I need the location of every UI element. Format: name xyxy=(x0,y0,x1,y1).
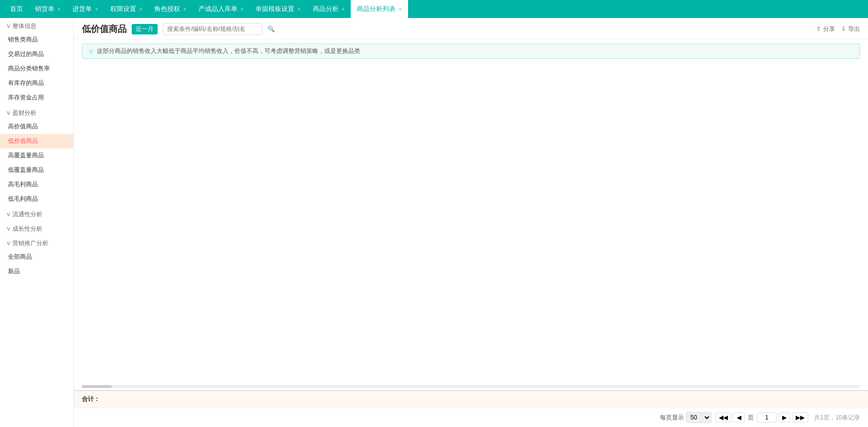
time-badge[interactable]: 近一月 xyxy=(132,24,158,34)
sidebar-group-营销推广分析[interactable]: ∨ 营销推广分析 xyxy=(0,235,73,250)
horizontal-scrollbar[interactable] xyxy=(82,385,860,388)
sidebar-item-销售类商品[interactable]: 销售类商品 xyxy=(0,32,73,47)
table-container xyxy=(74,63,868,383)
nav-item-权限设置[interactable]: 权限设置× xyxy=(104,0,148,18)
nav-item-进货单[interactable]: 进货单× xyxy=(66,0,104,18)
sidebar-item-低毛利商品[interactable]: 低毛利商品 xyxy=(0,192,73,206)
share-button[interactable]: ⇧ 分享 xyxy=(816,25,835,33)
page-input[interactable]: 1 xyxy=(757,413,777,423)
sidebar: ∨ 整体信息销售类商品交易过的商品商品分类销售率有库存的商品库存资金占用∨ 盈财… xyxy=(0,18,74,427)
search-input[interactable] xyxy=(163,23,262,35)
prev-page-button[interactable]: ◀ xyxy=(733,413,745,423)
last-page-button[interactable]: ▶▶ xyxy=(792,413,808,423)
nav-close-icon[interactable]: × xyxy=(297,6,300,12)
page-label: 页 xyxy=(748,414,754,422)
sidebar-item-高覆盖量商品[interactable]: 高覆盖量商品 xyxy=(0,148,73,163)
sidebar-item-低价值商品[interactable]: 低价值商品 xyxy=(0,134,73,148)
nav-item-销货单[interactable]: 销货单× xyxy=(29,0,66,18)
sidebar-group-成长性分析[interactable]: ∨ 成长性分析 xyxy=(0,221,73,235)
content-area: 低价值商品 近一月 🔍 ⇧ 分享 ⇩ 导出 ☆ 这部分商品的销售收入大幅低于商品… xyxy=(74,18,868,427)
main-layout: ∨ 整体信息销售类商品交易过的商品商品分类销售率有库存的商品库存资金占用∨ 盈财… xyxy=(0,18,868,427)
nav-close-icon[interactable]: × xyxy=(240,6,243,12)
sidebar-group-盈财分析[interactable]: ∨ 盈财分析 xyxy=(0,105,73,119)
nav-item-商品分析列表[interactable]: 商品分析列表× xyxy=(351,0,408,18)
info-banner: ☆ 这部分商品的销售收入大幅低于商品平均销售收入，价值不高，可考虑调整营销策略，… xyxy=(82,43,860,59)
nav-item-单据模板设置[interactable]: 单据模板设置× xyxy=(249,0,306,18)
sidebar-item-交易过的商品[interactable]: 交易过的商品 xyxy=(0,47,73,61)
nav-close-icon[interactable]: × xyxy=(183,6,186,12)
sidebar-group-整体信息[interactable]: ∨ 整体信息 xyxy=(0,18,73,32)
footer-label: 合计： xyxy=(82,395,100,404)
nav-item-产成品入库单[interactable]: 产成品入库单× xyxy=(193,0,249,18)
per-page-label: 每页显示 xyxy=(660,414,684,422)
sidebar-item-新品[interactable]: 新品 xyxy=(0,264,73,279)
share-icon: ⇧ xyxy=(816,25,821,32)
header-actions: ⇧ 分享 ⇩ 导出 xyxy=(816,25,860,33)
page-title: 低价值商品 xyxy=(82,23,127,35)
export-button[interactable]: ⇩ 导出 xyxy=(841,25,860,33)
page-header: 低价值商品 近一月 🔍 ⇧ 分享 ⇩ 导出 xyxy=(74,18,868,39)
nav-close-icon[interactable]: × xyxy=(139,6,142,12)
sidebar-item-高价值商品[interactable]: 高价值商品 xyxy=(0,119,73,134)
search-icon[interactable]: 🔍 xyxy=(267,25,275,32)
nav-close-icon[interactable]: × xyxy=(399,6,402,12)
nav-item-商品分析[interactable]: 商品分析× xyxy=(307,0,351,18)
top-nav: 首页销货单×进货单×权限设置×角色授权×产成品入库单×单据模板设置×商品分析×商… xyxy=(0,0,868,18)
scrollbar-thumb[interactable] xyxy=(82,385,112,388)
page-nav: ◀◀ ◀ 页 1 ▶ ▶▶ 共1页，10条记录 xyxy=(715,413,860,423)
sidebar-item-库存资金占用[interactable]: 库存资金占用 xyxy=(0,90,73,105)
sidebar-item-有库存的商品[interactable]: 有库存的商品 xyxy=(0,76,73,90)
export-icon: ⇩ xyxy=(841,25,846,32)
total-label: 共1页，10条记录 xyxy=(814,414,860,422)
nav-close-icon[interactable]: × xyxy=(342,6,345,12)
sidebar-item-高毛利商品[interactable]: 高毛利商品 xyxy=(0,177,73,192)
per-page-control: 每页显示 50 100 xyxy=(660,412,711,423)
info-icon: ☆ xyxy=(88,48,94,55)
pagination-bar: 每页显示 50 100 ◀◀ ◀ 页 1 ▶ ▶▶ 共1页，10条记录 xyxy=(74,408,868,427)
sidebar-item-商品分类销售率[interactable]: 商品分类销售率 xyxy=(0,61,73,76)
nav-item-角色授权[interactable]: 角色授权× xyxy=(148,0,192,18)
sidebar-group-流通性分析[interactable]: ∨ 流通性分析 xyxy=(0,206,73,221)
sidebar-item-全部商品[interactable]: 全部商品 xyxy=(0,250,73,264)
table-footer: 合计： xyxy=(74,390,868,408)
nav-close-icon[interactable]: × xyxy=(57,6,60,12)
nav-close-icon[interactable]: × xyxy=(95,6,98,12)
per-page-select[interactable]: 50 100 xyxy=(686,412,711,423)
sidebar-item-低覆盖量商品[interactable]: 低覆盖量商品 xyxy=(0,163,73,177)
first-page-button[interactable]: ◀◀ xyxy=(715,413,731,423)
nav-item-首页[interactable]: 首页 xyxy=(4,0,29,18)
next-page-button[interactable]: ▶ xyxy=(779,413,790,423)
